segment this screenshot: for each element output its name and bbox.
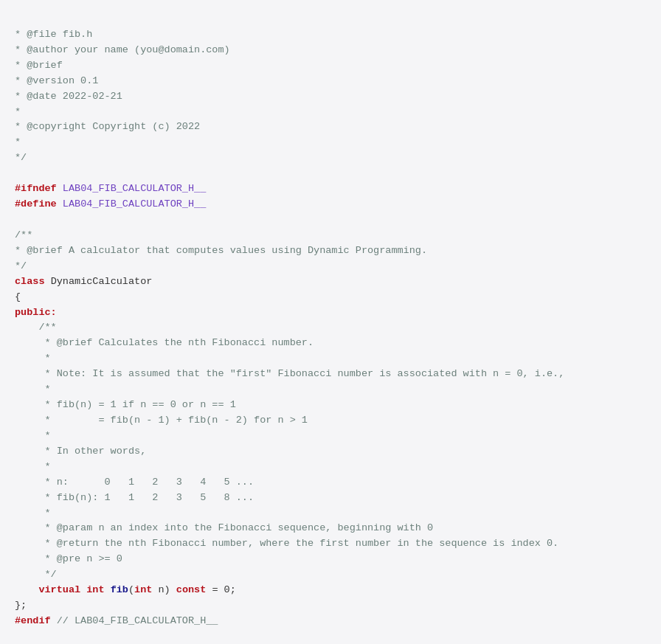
virtual-keyword: virtual — [38, 584, 80, 595]
method-doc-star5: * — [15, 508, 51, 519]
int-param-keyword: int — [134, 584, 152, 595]
line-comment-9: */ — [15, 152, 27, 163]
endif-comment: // LAB04_FIB_CALCULATOR_H__ — [51, 615, 218, 626]
doc-comment-open: /** — [15, 229, 32, 240]
int-keyword: int — [86, 584, 104, 595]
method-doc-fib2: * = fib(n - 1) + fib(n - 2) for n > 1 — [15, 415, 308, 426]
doc-comment-close: */ — [15, 260, 27, 271]
open-brace: { — [15, 291, 21, 302]
fib-method: fib — [111, 584, 128, 595]
access-modifier: public: — [15, 307, 57, 318]
method-doc-note: * Note: It is assumed that the "first" F… — [15, 368, 564, 379]
method-doc-words: * In other words, — [15, 446, 146, 457]
define-directive: #define — [15, 198, 57, 210]
line-comment-7: * @copyright Copyright (c) 2022 — [15, 121, 200, 132]
line-comment-5: * @date 2022-02-21 — [15, 91, 122, 102]
method-doc-return: * @return the nth Fibonacci number, wher… — [15, 538, 558, 549]
line-comment-1: * @file fib.h — [15, 29, 92, 40]
method-doc-n-row: * n: 0 1 2 3 4 5 ... — [15, 477, 254, 488]
method-doc-star3: * — [15, 430, 51, 441]
method-doc-close: */ — [15, 569, 57, 580]
method-doc-param: * @param n an index into the Fibonacci s… — [15, 522, 433, 533]
method-doc-open: /** — [15, 322, 57, 333]
line-comment-2: * @author your name (you@domain.com) — [15, 44, 230, 55]
line-comment-8: * — [15, 136, 21, 148]
line-comment-3: * @brief — [15, 60, 63, 71]
close-brace-semi: }; — [15, 600, 27, 611]
method-doc-brief: * @brief Calculates the nth Fibonacci nu… — [15, 337, 314, 348]
code-content: * @file fib.h * @author your name (you@d… — [15, 12, 646, 644]
ifndef-macro: LAB04_FIB_CALCULATOR_H__ — [63, 183, 206, 194]
method-doc-star1: * — [15, 353, 51, 364]
method-doc-star2: * — [15, 384, 51, 395]
method-doc-star4: * — [15, 461, 51, 472]
doc-comment-brief: * @brief A calculator that computes valu… — [15, 245, 427, 256]
class-name: DynamicCalculator — [51, 276, 153, 287]
define-macro: LAB04_FIB_CALCULATOR_H__ — [63, 198, 206, 210]
endif-directive: #endif — [15, 615, 51, 626]
line-comment-6: * — [15, 106, 21, 117]
method-doc-pre: * @pre n >= 0 — [15, 553, 122, 564]
class-keyword: class — [15, 276, 45, 287]
method-doc-fib1: * fib(n) = 1 if n == 0 or n == 1 — [15, 399, 236, 410]
line-comment-4: * @version 0.1 — [15, 75, 98, 86]
method-indent — [15, 584, 38, 595]
method-doc-fibn-row: * fib(n): 1 1 2 3 5 8 ... — [15, 492, 254, 503]
ifndef-directive: #ifndef — [15, 183, 57, 194]
code-editor: * @file fib.h * @author your name (you@d… — [0, 0, 661, 644]
const-keyword: const — [176, 584, 207, 595]
